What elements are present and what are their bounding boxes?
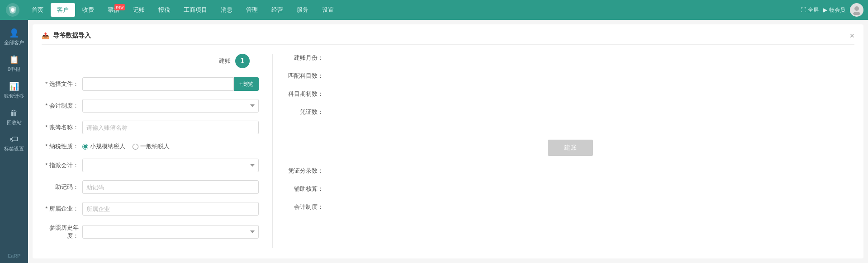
vip-label: 畅会员 — [829, 6, 845, 14]
initial-subjects-label: 科目期初数： — [286, 90, 327, 98]
company-input[interactable] — [82, 202, 259, 216]
sidebar-item-账套迁移[interactable]: 📊账套迁移 — [0, 78, 28, 103]
form-row-accounting: * 会计制度： — [42, 99, 259, 113]
right-row-accounting-system: 会计制度： — [286, 203, 854, 211]
accounting-system-select-wrapper — [82, 99, 259, 113]
form-row-file: * 选择文件： +浏览 — [42, 77, 259, 91]
vouchers-label: 凭证数： — [286, 108, 327, 116]
right-accounting-system-label: 会计制度： — [286, 203, 327, 211]
sidebar: 👤全部客户📋0申报📊账套迁移🗑回收站🏷标签设置EaRP — [0, 20, 28, 263]
right-row-initial-subjects: 科目期初数： — [286, 90, 854, 98]
sidebar-item-标签设置[interactable]: 🏷标签设置 — [0, 131, 28, 155]
form-layout: 建账 1 * 选择文件： +浏览 * 会计制度： — [42, 54, 854, 248]
tax-small-scale-radio[interactable] — [82, 144, 88, 150]
fullscreen-icon: ⛶ — [801, 7, 806, 13]
nav-item-设置[interactable]: 设置 — [316, 3, 340, 17]
nav-item-消息[interactable]: 消息 — [214, 3, 239, 17]
tax-general[interactable]: 一般纳税人 — [133, 142, 170, 150]
sidebar-item-label: 回收站 — [7, 120, 22, 126]
history-year-select-wrapper — [82, 225, 259, 239]
nav-item-工商项目[interactable]: 工商项目 — [177, 3, 213, 17]
sidebar-icon: 📊 — [9, 81, 19, 91]
right-row-auxiliary: 辅助核算： — [286, 185, 854, 193]
nav-items: 首页客户收费票据new记账报税工商项目消息管理经营服务设置 — [25, 3, 801, 17]
close-button[interactable]: × — [849, 32, 854, 40]
page-header: 📤 导爷数据导入 × — [42, 32, 854, 45]
history-year-select[interactable] — [82, 225, 259, 239]
accountant-select[interactable] — [82, 159, 259, 172]
ledger-name-input[interactable] — [82, 121, 259, 134]
form-row-history: 参照历史年度： — [42, 224, 259, 240]
accounting-system-select[interactable] — [82, 99, 259, 113]
form-right: 建账月份： 匹配科目数： 科目期初数： 凭证数： — [286, 54, 854, 248]
tax-general-label: 一般纳税人 — [140, 142, 170, 150]
main-content: 📤 导爷数据导入 × 建账 1 * 选择文件： — [28, 20, 868, 263]
nav-item-票据[interactable]: 票据new — [101, 3, 126, 17]
tax-general-radio[interactable] — [133, 144, 138, 150]
sidebar-item-label: 账套迁移 — [4, 93, 24, 99]
history-year-label: 参照历史年度： — [42, 224, 82, 240]
file-input[interactable] — [82, 77, 234, 91]
memo-code-input[interactable] — [82, 180, 259, 194]
browse-button[interactable]: +浏览 — [234, 77, 259, 91]
vip-button[interactable]: ▶ 畅会员 — [823, 6, 845, 14]
file-row: +浏览 — [82, 77, 259, 91]
nav-item-服务[interactable]: 服务 — [290, 3, 315, 17]
tax-small-scale[interactable]: 小规模纳税人 — [82, 142, 125, 150]
sidebar-icon: 🏷 — [10, 135, 18, 144]
form-row-memo: 助记码： — [42, 180, 259, 194]
logo — [5, 2, 21, 18]
right-row-build-month: 建账月份： — [286, 54, 854, 62]
nav-item-报税[interactable]: 报税 — [152, 3, 176, 17]
svg-point-1 — [11, 8, 14, 12]
tax-type-label: * 纳税性质： — [42, 142, 82, 150]
form-left: 建账 1 * 选择文件： +浏览 * 会计制度： — [42, 54, 259, 248]
sidebar-item-回收站[interactable]: 🗑回收站 — [0, 105, 28, 129]
tax-radio-group: 小规模纳税人 一般纳税人 — [82, 142, 170, 150]
tax-small-scale-label: 小规模纳税人 — [90, 142, 125, 150]
form-row-ledger: * 账簿名称： — [42, 121, 259, 134]
page-title-row: 📤 导爷数据导入 — [42, 32, 91, 40]
step-label: 建账 — [219, 57, 231, 65]
form-row-company: * 所属企业： — [42, 202, 259, 216]
svg-point-3 — [853, 12, 860, 15]
select-file-label: * 选择文件： — [42, 80, 82, 88]
vip-icon: ▶ — [823, 7, 827, 13]
layout: 👤全部客户📋0申报📊账套迁移🗑回收站🏷标签设置EaRP 📤 导爷数据导入 × 建… — [0, 20, 868, 263]
sidebar-item-全部客户[interactable]: 👤全部客户 — [0, 24, 28, 49]
build-month-label: 建账月份： — [286, 54, 327, 62]
form-divider — [272, 54, 273, 248]
fullscreen-label: 全屏 — [808, 6, 819, 14]
accountant-label: * 指派会计： — [42, 161, 82, 169]
form-row-tax: * 纳税性质： 小规模纳税人 一般纳税人 — [42, 142, 259, 150]
right-row-voucher-entries: 凭证分录数： — [286, 167, 854, 175]
nav-item-收费[interactable]: 收费 — [76, 3, 100, 17]
page-title: 导爷数据导入 — [53, 32, 91, 40]
accounting-system-label: * 会计制度： — [42, 102, 82, 110]
fullscreen-button[interactable]: ⛶ 全屏 — [801, 6, 819, 14]
match-subjects-label: 匹配科目数： — [286, 72, 327, 80]
right-row-match-subjects: 匹配科目数： — [286, 72, 854, 80]
sidebar-item-0申报[interactable]: 📋0申报 — [0, 51, 28, 76]
page-area: 📤 导爷数据导入 × 建账 1 * 选择文件： — [33, 24, 863, 258]
nav-item-管理[interactable]: 管理 — [240, 3, 264, 17]
sidebar-icon: 📋 — [9, 55, 19, 65]
avatar[interactable] — [850, 3, 863, 17]
nav-right: ⛶ 全屏 ▶ 畅会员 — [801, 3, 863, 17]
voucher-entries-label: 凭证分录数： — [286, 167, 327, 175]
sidebar-brand: EaRP — [6, 249, 23, 263]
nav-item-首页[interactable]: 首页 — [25, 3, 50, 17]
nav-item-经营[interactable]: 经营 — [265, 3, 289, 17]
memo-code-label: 助记码： — [42, 183, 82, 191]
auxiliary-label: 辅助核算： — [286, 185, 327, 193]
svg-point-2 — [854, 6, 859, 11]
nav-item-记账[interactable]: 记账 — [127, 3, 151, 17]
sidebar-icon: 🗑 — [10, 108, 18, 118]
company-label: * 所属企业： — [42, 205, 82, 213]
sidebar-item-label: 0申报 — [8, 66, 20, 72]
form-row-accountant: * 指派会计： — [42, 159, 259, 172]
ledger-name-label: * 账簿名称： — [42, 123, 82, 132]
build-account-button[interactable]: 建账 — [548, 140, 593, 156]
nav-item-客户[interactable]: 客户 — [51, 3, 75, 17]
sidebar-item-label: 标签设置 — [4, 146, 24, 152]
